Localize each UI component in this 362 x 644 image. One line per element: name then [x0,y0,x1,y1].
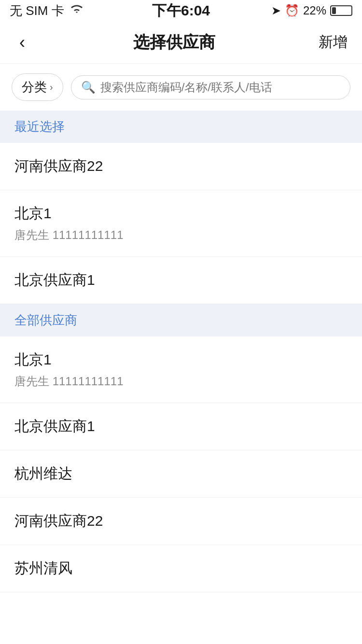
list-item[interactable]: 河南供应商22 [0,143,362,190]
recent-section-header: 最近选择 [0,111,362,143]
item-contact: 唐先生 11111111111 [14,227,348,243]
category-label: 分类 [22,79,47,96]
search-input[interactable] [100,81,340,94]
list-item[interactable]: 杭州维达 [0,450,362,498]
location-icon: ➤ [271,4,281,17]
item-name: 北京供应商1 [14,417,348,436]
wifi-icon [69,3,84,18]
battery-percent: 22% [303,4,326,17]
search-icon: 🔍 [81,81,96,94]
page-title: 选择供应商 [133,31,215,54]
item-name: 河南供应商22 [14,156,348,176]
status-right: ➤ ⏰ 22% [271,4,352,17]
item-name: 杭州维达 [14,464,348,484]
battery-icon [330,5,352,16]
item-name: 北京1 [14,350,348,370]
item-contact: 唐先生 11111111111 [14,374,348,389]
list-item[interactable]: 北京供应商1 [0,257,362,304]
list-item[interactable]: 北京1唐先生 11111111111 [0,336,362,403]
all-section-label: 全部供应商 [14,313,77,327]
status-bar: 无 SIM 卡 下午6:04 ➤ ⏰ 22% [0,0,362,21]
item-name: 河南供应商22 [14,511,348,531]
alarm-icon: ⏰ [285,4,299,17]
item-name: 苏州清风 [14,559,348,578]
recent-section-label: 最近选择 [14,119,65,134]
chevron-right-icon: › [50,82,53,93]
list-item[interactable]: 苏州清风 [0,545,362,592]
category-button[interactable]: 分类 › [12,73,63,101]
item-name: 北京供应商1 [14,270,348,290]
status-time: 下午6:04 [152,1,210,21]
add-button[interactable]: 新增 [319,32,348,52]
back-button[interactable]: ‹ [14,28,30,57]
status-left: 无 SIM 卡 [10,2,84,19]
recent-list: 河南供应商22北京1唐先生 11111111111北京供应商1 [0,143,362,304]
all-section-header: 全部供应商 [0,304,362,336]
nav-bar: ‹ 选择供应商 新增 [0,21,362,64]
item-name: 北京1 [14,204,348,224]
search-bar[interactable]: 🔍 [71,75,350,99]
carrier-text: 无 SIM 卡 [10,2,64,19]
all-list: 北京1唐先生 11111111111北京供应商1杭州维达河南供应商22苏州清风 [0,336,362,592]
list-item[interactable]: 北京1唐先生 11111111111 [0,190,362,257]
filter-bar: 分类 › 🔍 [0,64,362,111]
list-item[interactable]: 河南供应商22 [0,498,362,545]
list-item[interactable]: 北京供应商1 [0,403,362,450]
